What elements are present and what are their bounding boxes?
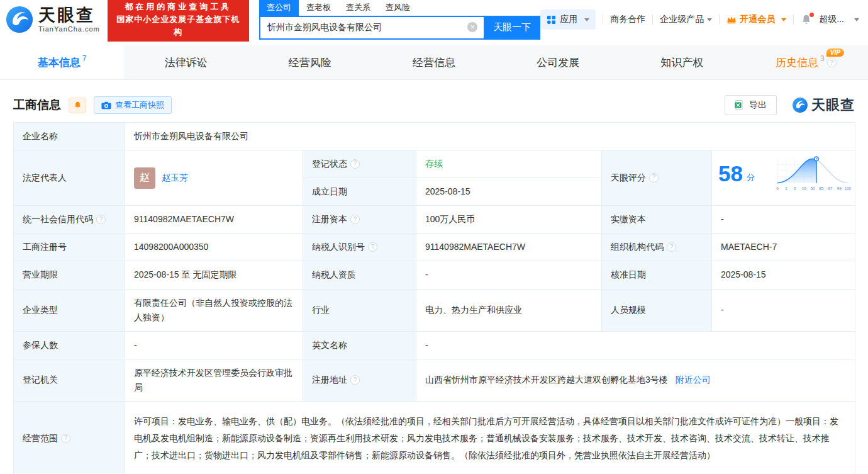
- divider: [719, 14, 720, 25]
- tab-history-info[interactable]: VIP 历史信息 3 ?: [744, 45, 868, 79]
- apps-menu[interactable]: 应用: [540, 9, 596, 30]
- field-label: 核准日期: [602, 261, 712, 289]
- nearby-companies-link[interactable]: 附近公司: [676, 375, 711, 385]
- search-button[interactable]: 天眼一下: [484, 16, 540, 40]
- table-row: 法定代表人 赵 赵玉芳 登记状态? 存续 成立日期 2025-08-15 天眼评…: [14, 150, 855, 206]
- tab-basic-info[interactable]: 基本信息 7: [0, 45, 124, 79]
- section-header: 工商信息 查看工商快照 导出 天眼查: [0, 94, 868, 116]
- divider: [652, 14, 653, 25]
- enterprise-products-label: 企业级产品: [660, 14, 704, 25]
- help-icon[interactable]: ?: [350, 375, 360, 385]
- tab-count: 3: [820, 54, 825, 63]
- reg-authority-value: 原平经济技术开发区管理委员会行政审批局: [125, 359, 303, 401]
- search-input[interactable]: [259, 16, 484, 40]
- reg-capital-value: 100万人民币: [416, 206, 602, 234]
- enterprise-products-menu[interactable]: 企业级产品: [660, 14, 712, 25]
- tianyancha-logo[interactable]: 天眼查 TianYanCha.com: [5, 5, 100, 34]
- chevron-down-icon: [781, 18, 786, 21]
- search-tab-risk[interactable]: 查风险: [378, 0, 418, 16]
- tab-intellectual-property[interactable]: 知识产权: [620, 45, 744, 79]
- legal-rep-link[interactable]: 赵玉芳: [162, 171, 188, 185]
- help-icon[interactable]: ?: [350, 215, 360, 224]
- help-icon[interactable]: ?: [649, 173, 659, 183]
- score-unit: 分: [747, 171, 755, 184]
- table-row: 登记机关 原平经济技术开发区管理委员会行政审批局 注册地址? 山西省忻州市原平经…: [14, 359, 855, 401]
- tab-business-risk[interactable]: 经营风险: [248, 45, 372, 79]
- field-label: 纳税人资质: [303, 261, 416, 289]
- snapshot-button[interactable]: 查看工商快照: [94, 96, 172, 114]
- export-label: 导出: [749, 99, 767, 111]
- field-label: 企业名称: [14, 123, 125, 150]
- field-label: 营业期限: [14, 261, 125, 289]
- help-icon[interactable]: ?: [61, 434, 70, 443]
- business-info-table: 企业名称 忻州市金朔风电设备有限公司 法定代表人 赵 赵玉芳 登记状态? 存续 …: [13, 122, 855, 474]
- crown-icon: [726, 15, 737, 24]
- svg-text:3: 3: [794, 186, 796, 191]
- tab-count: 7: [82, 54, 87, 63]
- tab-label: 法律诉讼: [165, 55, 208, 70]
- cooperation-link[interactable]: 商务合作: [610, 14, 645, 25]
- page-tab-bar: 基本信息 7 法律诉讼 经营风险 经营信息 公司发展 知识产权 VIP 历史信息…: [0, 45, 868, 80]
- field-label: 行业: [303, 289, 416, 331]
- monitor-bell-button[interactable]: [69, 98, 86, 113]
- field-label: 注册地址?: [303, 359, 416, 401]
- tab-label: 基本信息: [38, 55, 81, 70]
- user-account-menu[interactable]: 超级...: [819, 14, 844, 25]
- reg-address-value: 山西省忻州市原平经济技术开发区跨越大道双创孵化基地3号楼 附近公司: [416, 359, 855, 401]
- search-tab-company[interactable]: 查公司: [259, 0, 299, 16]
- search-tab-boss[interactable]: 查老板: [299, 0, 338, 16]
- field-label: 工商注册号: [14, 234, 125, 261]
- help-icon[interactable]: ?: [96, 215, 106, 224]
- table-row: 企业名称 忻州市金朔风电设备有限公司: [14, 123, 855, 150]
- divider: [603, 14, 603, 25]
- establish-date-value: 2025-08-15: [416, 178, 601, 205]
- svg-text:100: 100: [845, 186, 851, 191]
- tab-company-development[interactable]: 公司发展: [496, 45, 620, 79]
- open-vip-label: 开通会员: [740, 14, 775, 25]
- tianyancha-logo-icon: [792, 97, 808, 113]
- notification-bell[interactable]: [801, 14, 812, 25]
- help-icon[interactable]: ?: [667, 242, 676, 252]
- promo-banner: 都在用的商业查询工具 国家中小企业发展子基金旗下机构: [108, 0, 249, 42]
- promo-line2: 国家中小企业发展子基金旗下机构: [114, 13, 243, 38]
- field-label: 统一社会信用代码?: [14, 206, 125, 234]
- avatar[interactable]: 赵: [134, 167, 155, 189]
- tianyancha-logo-icon: [5, 5, 34, 34]
- bell-icon: [74, 101, 82, 110]
- search-tab-relation[interactable]: 查关系: [338, 0, 378, 16]
- credit-code-value: 91140982MAETAECH7W: [125, 206, 303, 234]
- taxpayer-quality-value: -: [416, 261, 602, 289]
- org-code-value: MAETAECH-7: [712, 234, 855, 261]
- field-label: 成立日期: [303, 178, 416, 205]
- open-vip-menu[interactable]: 开通会员: [726, 14, 786, 25]
- search-tabs: 查公司 查老板 查关系 查风险: [259, 0, 540, 16]
- field-label: 英文名称: [303, 331, 416, 359]
- export-button[interactable]: 导出: [725, 95, 777, 115]
- staff-size-value: -: [712, 289, 855, 331]
- insured-count-value: -: [125, 331, 303, 359]
- industry-value: 电力、热力生产和供应业: [416, 289, 602, 331]
- clear-icon[interactable]: ×: [467, 22, 477, 32]
- tianyan-score-cell[interactable]: 58 分 0 1: [712, 150, 855, 206]
- help-icon[interactable]: ?: [350, 159, 360, 169]
- brand-name: 天眼查: [38, 6, 100, 25]
- svg-text:85: 85: [819, 186, 824, 191]
- table-row: 参保人数 - 英文名称 -: [14, 331, 855, 359]
- help-icon[interactable]: ?: [827, 58, 837, 67]
- legal-rep-value: 赵 赵玉芳: [125, 150, 303, 206]
- field-label: 人员规模: [602, 289, 712, 331]
- top-nav: 应用 商务合作 企业级产品 开通会员 超级...: [540, 9, 859, 30]
- chevron-down-icon: [707, 18, 712, 21]
- business-term-value: 2025-08-15 至 无固定期限: [125, 261, 303, 289]
- user-account-label: 超级...: [819, 14, 844, 25]
- field-label: 企业类型: [14, 289, 125, 331]
- svg-text:1: 1: [785, 186, 787, 191]
- tab-business-info[interactable]: 经营信息: [372, 45, 496, 79]
- paid-capital-value: -: [712, 206, 855, 234]
- field-label: 登记状态?: [303, 150, 416, 178]
- tab-label: 经营风险: [289, 55, 331, 70]
- tab-legal-proceedings[interactable]: 法律诉讼: [124, 45, 248, 79]
- table-row: 营业期限 2025-08-15 至 无固定期限 纳税人资质 - 核准日期 202…: [14, 261, 855, 289]
- help-icon[interactable]: ?: [368, 242, 377, 252]
- chevron-down-icon: [854, 18, 859, 21]
